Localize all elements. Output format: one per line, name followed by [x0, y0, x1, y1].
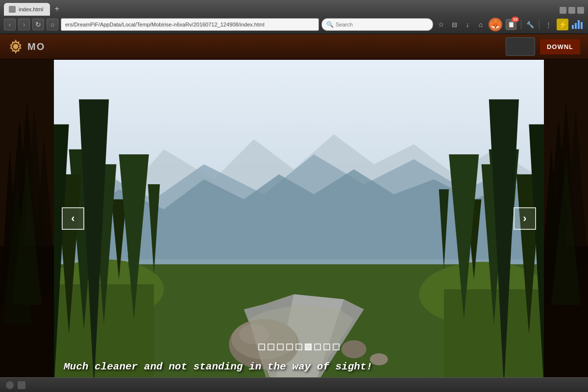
- reload-button[interactable]: ↻: [32, 19, 44, 30]
- divider-line: [521, 20, 521, 29]
- browser-tabs-row: index.html +: [0, 0, 588, 16]
- dot-1[interactable]: [258, 343, 265, 350]
- dot-5[interactable]: [295, 343, 302, 350]
- preview-box: [506, 37, 535, 56]
- search-bar-container: 🔍: [321, 18, 433, 31]
- dot-2[interactable]: [268, 343, 274, 350]
- app-header: MO DOWNL: [0, 34, 588, 60]
- download-icon[interactable]: ↓: [462, 19, 473, 30]
- mobirise-logo: MO: [8, 39, 45, 54]
- nature-scene-svg: [54, 60, 544, 377]
- next-arrow-icon: ›: [523, 212, 526, 225]
- dot-4[interactable]: [286, 343, 293, 350]
- slide-dots: [258, 343, 340, 350]
- notification-badge: 10: [512, 17, 519, 22]
- home-nav-icon[interactable]: ⌂: [475, 19, 486, 30]
- stats-icon[interactable]: [571, 18, 584, 31]
- app-header-right: DOWNL: [506, 37, 580, 56]
- forest-left-scene: [0, 60, 54, 377]
- content-area: ‹ ›: [0, 60, 588, 377]
- status-bar: [0, 377, 588, 392]
- address-text: ers/DreamPiF/AppData/Local/Temp/Mobirise…: [65, 22, 265, 27]
- window-minimize[interactable]: [560, 7, 566, 14]
- addon-icon[interactable]: ⚡: [556, 18, 569, 31]
- window-maximize[interactable]: [568, 7, 575, 14]
- dot-8[interactable]: [323, 343, 330, 350]
- window-close[interactable]: [577, 7, 584, 14]
- browser-icon[interactable]: 🦊: [489, 18, 502, 31]
- search-icon: 🔍: [326, 21, 334, 28]
- svg-point-44: [342, 340, 367, 358]
- slider-next-button[interactable]: ›: [514, 207, 536, 230]
- dot-6[interactable]: [305, 343, 312, 350]
- back-button[interactable]: ‹: [4, 19, 16, 30]
- gear-icon: [8, 39, 24, 54]
- browser-toolbar: ‹ › ↻ ⌂ ers/DreamPiF/AppData/Local/Temp/…: [0, 16, 588, 34]
- toolbar-overflow[interactable]: ⋮: [543, 19, 554, 30]
- browser-window: index.html + ‹ › ↻ ⌂ ers/DreamPiF/AppDat…: [0, 0, 588, 392]
- slider-prev-button[interactable]: ‹: [62, 207, 84, 230]
- home-button[interactable]: ⌂: [47, 19, 58, 30]
- forward-button[interactable]: ›: [18, 19, 30, 30]
- tab-favicon: [9, 6, 16, 13]
- search-input[interactable]: [336, 22, 428, 27]
- status-icon-2: [18, 381, 25, 389]
- download-button[interactable]: DOWNL: [540, 39, 580, 54]
- bookmark-icon[interactable]: ☆: [436, 19, 446, 30]
- address-bar[interactable]: ers/DreamPiF/AppData/Local/Temp/Mobirise…: [61, 18, 319, 31]
- prev-arrow-icon: ‹: [71, 212, 74, 225]
- browser-tab-active[interactable]: index.html: [4, 3, 50, 16]
- tab-title: index.html: [19, 6, 43, 12]
- notification-icon[interactable]: 📋 10: [505, 18, 517, 31]
- new-tab-button[interactable]: +: [51, 3, 63, 15]
- left-sidebar: [0, 60, 54, 377]
- app-area: MO DOWNL: [0, 34, 588, 377]
- dot-3[interactable]: [277, 343, 284, 350]
- slide-caption: Much cleaner and not standing in the way…: [54, 361, 544, 372]
- reader-icon[interactable]: ⊟: [449, 19, 460, 30]
- app-title: MO: [27, 41, 45, 52]
- divider-line2: [539, 20, 539, 29]
- status-icon-1: [6, 381, 14, 389]
- svg-point-0: [13, 44, 18, 49]
- dot-9[interactable]: [333, 343, 340, 350]
- slider-area: ‹ ›: [54, 60, 544, 377]
- forest-right-scene: [544, 60, 588, 377]
- dot-7[interactable]: [314, 343, 321, 350]
- caption-text: Much cleaner and not standing in the way…: [64, 361, 372, 372]
- right-sidebar: [544, 60, 588, 377]
- extensions-icon[interactable]: 🔧: [525, 19, 536, 30]
